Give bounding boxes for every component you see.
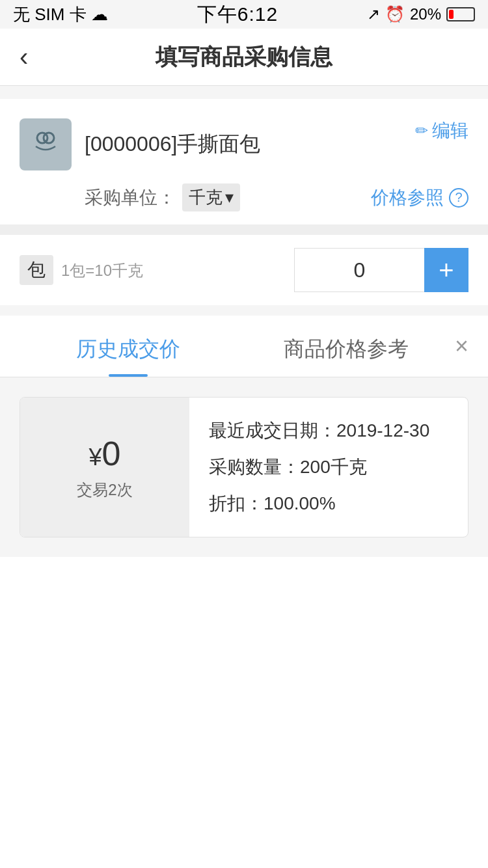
battery-body — [446, 7, 475, 21]
tab-close-button[interactable]: × — [455, 319, 468, 373]
card-section: ¥0 交易2次 最近成交日期：2019-12-30 采购数量：200千克 折扣：… — [0, 377, 488, 557]
back-button[interactable]: ‹ — [20, 42, 28, 72]
product-left: [0000006]手撕面包 — [20, 118, 260, 170]
price-ref-button[interactable]: 价格参照 ? — [371, 185, 468, 210]
page-bottom — [0, 557, 488, 868]
price-symbol: ¥ — [89, 444, 102, 470]
quantity-unit-label: 包 — [20, 255, 53, 285]
svg-point-1 — [44, 133, 54, 143]
section-divider — [0, 224, 488, 235]
location-icon: ↗ — [367, 5, 380, 23]
tabs-section: 历史成交价 商品价格参考 × — [0, 316, 488, 377]
product-section: [0000006]手撕面包 ✏ 编辑 采购单位： 千克 ▾ 价格参照 ? — [0, 99, 488, 224]
status-left: 无 SIM 卡 ☁ — [13, 3, 108, 26]
quantity-input[interactable] — [294, 248, 424, 292]
back-icon: ‹ — [20, 42, 28, 72]
purchase-qty-value: 200千克 — [300, 457, 367, 477]
battery-icon — [446, 7, 475, 21]
recent-date-label: 最近成交日期： — [209, 420, 336, 441]
alarm-icon: ⏰ — [385, 5, 405, 23]
price-ref-help-icon: ? — [449, 188, 468, 208]
tab-history-price[interactable]: 历史成交价 — [20, 316, 237, 377]
status-bar: 无 SIM 卡 ☁ 下午6:12 ↗ ⏰ 20% — [0, 0, 488, 29]
price-value: 0 — [102, 435, 121, 472]
close-icon: × — [455, 332, 468, 360]
discount-label: 折扣： — [209, 493, 264, 513]
sim-label: 无 SIM 卡 ☁ — [13, 3, 108, 26]
recent-date-value: 2019-12-30 — [336, 420, 429, 441]
unit-select[interactable]: 千克 ▾ — [182, 183, 240, 211]
price-ref-label: 价格参照 — [371, 185, 444, 210]
battery-percent: 20% — [410, 5, 441, 23]
plus-icon: + — [439, 256, 454, 285]
quantity-left: 包 1包=10千克 — [20, 255, 143, 285]
dropdown-arrow-icon: ▾ — [225, 187, 234, 208]
quantity-input-group: + — [294, 248, 468, 292]
status-right: ↗ ⏰ 20% — [367, 5, 475, 23]
edit-label: 编辑 — [432, 118, 468, 143]
price-display: ¥0 — [89, 434, 121, 473]
page-title: 填写商品采购信息 — [156, 42, 332, 72]
purchase-qty-row: 采购数量：200千克 — [209, 454, 448, 481]
transaction-card: ¥0 交易2次 最近成交日期：2019-12-30 采购数量：200千克 折扣：… — [20, 397, 468, 537]
status-time: 下午6:12 — [197, 1, 278, 28]
tab-history-label: 历史成交价 — [76, 337, 180, 360]
card-price-panel: ¥0 交易2次 — [20, 398, 189, 537]
product-name: [0000006]手撕面包 — [85, 130, 260, 159]
product-header: [0000006]手撕面包 ✏ 编辑 — [20, 118, 468, 170]
nav-bar: ‹ 填写商品采购信息 — [0, 29, 488, 86]
product-icon — [20, 118, 72, 170]
edit-button[interactable]: ✏ 编辑 — [415, 118, 468, 143]
battery-fill — [449, 10, 454, 19]
trade-count: 交易2次 — [77, 480, 132, 500]
product-unit-row: 采购单位： 千克 ▾ 价格参照 ? — [85, 183, 468, 211]
quantity-conversion: 1包=10千克 — [61, 260, 143, 281]
edit-icon: ✏ — [415, 122, 428, 140]
tab-price-ref-label: 商品价格参考 — [284, 337, 409, 360]
discount-value: 100.00% — [264, 493, 336, 513]
purchase-qty-label: 采购数量： — [209, 457, 300, 477]
tab-active-indicator — [109, 374, 148, 377]
card-details-panel: 最近成交日期：2019-12-30 采购数量：200千克 折扣：100.00% — [189, 398, 468, 537]
quantity-section: 包 1包=10千克 + — [0, 235, 488, 305]
recent-date-row: 最近成交日期：2019-12-30 — [209, 417, 448, 444]
discount-row: 折扣：100.00% — [209, 490, 448, 517]
tabs-header: 历史成交价 商品价格参考 × — [0, 316, 488, 377]
tab-price-ref[interactable]: 商品价格参考 — [237, 316, 454, 377]
unit-label: 采购单位： — [85, 185, 176, 210]
quantity-plus-button[interactable]: + — [424, 248, 468, 292]
unit-value: 千克 — [189, 186, 223, 209]
